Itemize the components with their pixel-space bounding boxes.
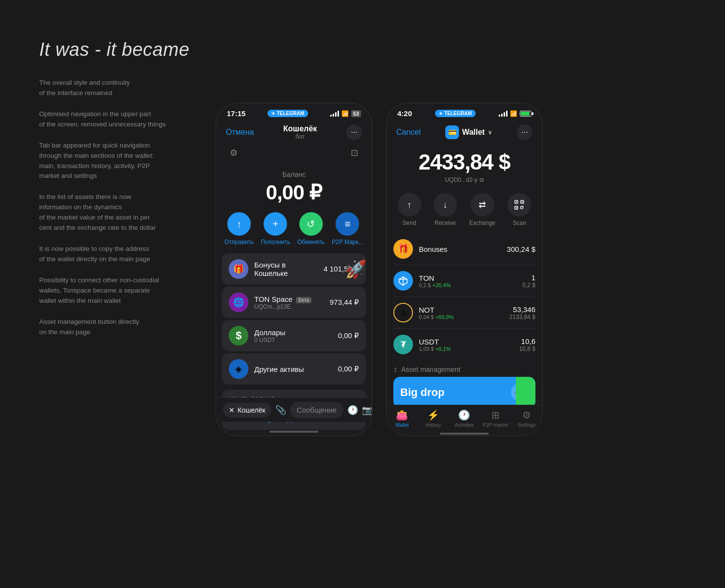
desc-text-4: In the list of assets there is nowinform…	[39, 192, 225, 233]
settings-row-old: ⚙ ⊡	[216, 143, 372, 167]
status-time-old: 17:15	[227, 109, 245, 118]
asset-icon-other: ◈	[229, 359, 248, 379]
wallet-address[interactable]: UQD0...d2-y ⧉	[387, 176, 542, 183]
battery-percent: 53	[351, 110, 361, 117]
big-drop-text: Big drop	[400, 386, 444, 399]
wallet-title-nav[interactable]: 💳 Wallet ∨	[445, 125, 492, 139]
p2p-tab-icon: ⊞	[491, 409, 500, 421]
message-input[interactable]: Сообщение	[290, 402, 344, 418]
clock-icon[interactable]: 🕐	[347, 405, 358, 416]
telegram-icon-new: ✈	[439, 111, 443, 116]
wifi-icon-new: 📶	[510, 110, 517, 117]
asset-item-ton-space[interactable]: 🌐 TON Space Бета UQCm...p13E 973,44 ₽	[222, 287, 366, 318]
asset-usd-not-new: 2133,84 $	[509, 314, 535, 320]
wallet-icon-nav: 💳	[445, 125, 459, 139]
action-send-old[interactable]: ↑ Отправить	[224, 212, 254, 245]
scan-icon-old[interactable]: ⊡	[346, 145, 362, 161]
home-indicator-old	[269, 431, 318, 433]
balance-amount-new: 2433,84 $	[387, 150, 542, 174]
tab-settings[interactable]: ⚙ Settings	[511, 409, 542, 428]
asset-info-other: Другие активы	[254, 365, 332, 373]
nav-bar-new: Cancel 💳 Wallet ∨ ···	[387, 121, 542, 143]
desc-7: Asset management button directlyon the m…	[39, 317, 225, 338]
wallet-tab-button[interactable]: ✕ Кошелёк	[223, 403, 271, 417]
camera-icon[interactable]: 📷	[362, 405, 372, 416]
action-receive-old[interactable]: + Пополнить	[261, 212, 290, 245]
asset-icon-bonuses-new: 🎁	[393, 239, 413, 259]
phone-old: 17:15 ✈ TELEGRAM 📶 53 Отмена	[216, 103, 372, 436]
more-button-new[interactable]: ···	[517, 124, 532, 140]
asset-item-bonuses[interactable]: 🎁 Бонусы в Кошельке 4 101,59 ₽	[222, 253, 366, 285]
cancel-button-old[interactable]: Отмена	[226, 128, 254, 137]
big-drop-badge	[516, 377, 535, 408]
asset-item-other[interactable]: ◈ Другие активы 0,00 ₽	[222, 353, 366, 385]
action-circle-receive: +	[264, 212, 287, 236]
chevron-down-icon: ∨	[488, 129, 492, 136]
asset-management-label: Asset management	[401, 366, 460, 373]
settings-tab-label: Settings	[518, 422, 535, 428]
asset-item-not-new[interactable]: ⚠ NOT 0,04 $ +60,9% 53,346 2133,84 $	[393, 297, 535, 329]
action-p2p-old[interactable]: ≡ P2P Марк...	[332, 212, 363, 245]
asset-name-bonuses: Бонусы в Кошельке	[254, 261, 317, 277]
action-circle-exchange-new: ⇄	[471, 193, 494, 217]
asset-item-ton-new[interactable]: TON 0,2 $ +20,4% 1 0,2 $	[393, 265, 535, 297]
bottom-input-bar: ✕ Кошелёк 📎 Сообщение 🕐 📷	[216, 397, 372, 422]
phone-new: 4:20 ✈ TELEGRAM 📶	[386, 103, 543, 436]
attach-icon[interactable]: 📎	[275, 405, 286, 416]
svg-rect-3	[516, 201, 517, 202]
nav-title-main: Кошелёк	[283, 124, 317, 133]
cancel-button-new[interactable]: Cancel	[396, 128, 421, 137]
action-receive-new[interactable]: ↓ Receive	[434, 193, 457, 226]
asset-sub-ton-new: 0,2 $ +20,4%	[419, 282, 516, 288]
asset-amount-dollars: 0,00 ₽	[338, 331, 359, 340]
page-title: It was - it became	[39, 39, 225, 60]
wallet-tab-label-new: Wallet	[395, 422, 409, 428]
phones-container: 17:15 ✈ TELEGRAM 📶 53 Отмена	[216, 103, 543, 436]
asset-icon-ton-new	[393, 271, 413, 291]
tab-history[interactable]: ⚡ History	[418, 409, 449, 428]
tab-activities[interactable]: 🕐 Activities	[449, 409, 480, 428]
action-label-exchange: Обменять	[297, 239, 325, 245]
not-change: +60,9%	[435, 314, 454, 320]
asset-name-ton-new: TON	[419, 274, 516, 282]
actions-row-new: ↑ Send ↓ Receive ⇄ Exchange	[387, 188, 542, 233]
desc-text-5: It is now possible to copy the addressof…	[39, 244, 225, 265]
action-exchange-old[interactable]: ↺ Обменять	[297, 212, 325, 245]
tab-p2p-market[interactable]: ⊞ P2P market	[480, 409, 511, 428]
asset-item-usdt-new[interactable]: ₮ USDT 1,03 $ +0,1% 10,6 10,8 $	[393, 329, 535, 360]
more-button-old[interactable]: ···	[346, 124, 362, 140]
asset-item-bonuses-new[interactable]: 🎁 Bonuses 300,24 $	[393, 233, 535, 265]
asset-item-dollars[interactable]: $ Доллары 0 USDT 0,00 ₽	[222, 320, 366, 351]
asset-info-not-new: NOT 0,04 $ +60,9%	[419, 306, 504, 320]
wifi-icon-old: 📶	[341, 110, 349, 117]
action-exchange-new[interactable]: ⇄ Exchange	[469, 193, 495, 226]
tab-wallet[interactable]: 👛 Wallet	[387, 409, 418, 428]
asset-right-usdt: 10,6 10,8 $	[519, 337, 535, 352]
asset-management-row[interactable]: ↕ Asset management	[387, 360, 542, 379]
wallet-tab-label: Кошелёк	[238, 406, 266, 414]
action-circle-send: ↑	[227, 212, 251, 236]
telegram-badge-new: ✈ TELEGRAM	[435, 110, 476, 117]
asset-sub-dollars: 0 USDT	[254, 337, 332, 343]
asset-list-new: 🎁 Bonuses 300,24 $ TON	[387, 233, 542, 360]
activities-tab-icon: 🕐	[458, 409, 470, 421]
status-time-new: 4:20	[397, 109, 412, 118]
action-scan-new[interactable]: Scan	[508, 193, 531, 226]
asset-name-not-new: NOT	[419, 306, 504, 314]
status-icons-old: 📶 53	[330, 110, 361, 117]
asset-amount-other: 0,00 ₽	[338, 365, 359, 373]
home-indicator-new	[440, 433, 489, 435]
bar1-new	[499, 115, 500, 117]
asset-sub-usdt-new: 1,03 $ +0,1%	[419, 346, 513, 352]
desc-text-7: Asset management button directlyon the m…	[39, 317, 225, 338]
desc-5: It is now possible to copy the addressof…	[39, 244, 225, 265]
desc-4: In the list of assets there is nowinform…	[39, 192, 225, 233]
action-send-new[interactable]: ↑ Send	[398, 193, 421, 226]
asset-sub-not-new: 0,04 $ +60,9%	[419, 314, 504, 320]
big-drop-button[interactable]: Big drop 🚀	[393, 377, 535, 408]
scan-icon-svg	[514, 200, 524, 210]
asset-info-ton-new: TON 0,2 $ +20,4%	[419, 274, 516, 288]
settings-icon-old[interactable]: ⚙	[226, 145, 242, 161]
usdt-change: +0,1%	[435, 346, 451, 352]
ton-change: +20,4%	[433, 282, 451, 288]
